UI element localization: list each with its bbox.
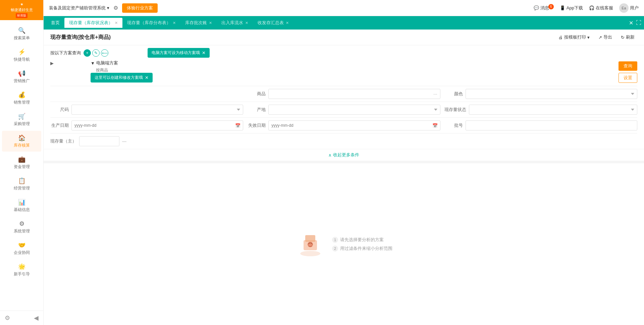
tabs-close-all-icon[interactable]: ✕ xyxy=(629,20,633,26)
filter-collapse-btn[interactable]: ∧ 收起更多条件 xyxy=(44,149,644,161)
tab-inout-flow[interactable]: 出入库流水 ✕ xyxy=(217,18,253,28)
tabs-bar: 首页 现存量（库存状况表） ✕ 现存量（库存分布表） ✕ 库存批次账 ✕ 出入库… xyxy=(44,16,644,30)
plan-item-by-goods[interactable]: 按商品 xyxy=(91,67,637,73)
filter-add-btn[interactable]: + xyxy=(84,49,91,57)
app-download-icon: 📱 xyxy=(560,5,565,10)
tab-receive-summary-label: 收发存汇总表 xyxy=(258,20,284,26)
collapse-sidebar-icon[interactable]: ◀ xyxy=(34,314,39,322)
sidebar-item-guide[interactable]: 🌟 新手引导 xyxy=(2,260,41,280)
industry-plan-btn[interactable]: 体验行业方案 xyxy=(122,3,158,13)
guide-icon: 🌟 xyxy=(18,263,25,270)
avatar: Ea xyxy=(619,3,629,13)
sidebar-item-sales-label: 销售管理 xyxy=(14,100,30,105)
origin-select[interactable] xyxy=(268,105,440,115)
app-download-label: App下载 xyxy=(567,5,583,11)
sidebar-item-enterprise[interactable]: 🤝 企业协同 xyxy=(2,238,41,259)
filter-row-4: 现存量（主） — xyxy=(50,133,637,149)
collapse-up-icon: ∧ xyxy=(328,153,332,158)
page-title: 现存量查询(按仓库+商品) xyxy=(50,34,111,41)
sidebar-item-sales[interactable]: 💰 销售管理 xyxy=(2,88,41,109)
proddate-start-calendar-icon[interactable]: 📅 xyxy=(235,123,240,128)
search-btn[interactable]: 查询 xyxy=(619,61,637,71)
empty-svg xyxy=(295,228,325,259)
export-label: 导出 xyxy=(603,34,612,40)
set-btn[interactable]: 设置 xyxy=(619,73,637,83)
empty-illustration xyxy=(295,228,325,260)
logo-text: 畅捷通好生意 xyxy=(11,7,33,12)
batch-input[interactable] xyxy=(466,120,637,130)
empty-text: 1 请先选择要分析的方案 2 用过滤条件来缩小分析范围 xyxy=(332,237,392,252)
refresh-icon: ↻ xyxy=(621,35,625,40)
sidebar-item-system[interactable]: ⚙ 系统管理 xyxy=(2,217,41,237)
sidebar-item-management[interactable]: 📋 经营管理 xyxy=(2,174,41,195)
sidebar-item-guide-label: 新手引导 xyxy=(14,271,30,277)
svg-point-2 xyxy=(300,251,320,256)
tabs-expand-icon[interactable]: ⛶ xyxy=(636,20,641,26)
batch-label: 批号 xyxy=(444,122,463,128)
sidebar-item-quicknav-label: 快捷导航 xyxy=(14,57,30,62)
tooltip1-close-btn[interactable]: ✕ xyxy=(202,50,206,55)
sidebar-item-marketing[interactable]: 📢 营销推广 xyxy=(2,66,41,87)
print-btn[interactable]: 🖨 按模板打印 ▾ xyxy=(556,33,592,42)
export-btn[interactable]: ↗ 导出 xyxy=(596,33,615,42)
system-selector[interactable]: 装备及固定资产辅助管理系统 ▾ xyxy=(49,5,109,11)
sidebar-item-search[interactable]: 🔍 搜索菜单 xyxy=(2,23,41,44)
tab-inventory-status-close[interactable]: ✕ xyxy=(115,21,118,25)
header-left: 装备及固定资产辅助管理系统 ▾ ⚙ 体验行业方案 xyxy=(49,3,158,13)
plan-group-mobile-title[interactable]: ▶ 移动端方案 xyxy=(91,75,637,81)
app-download-item[interactable]: 📱 App下载 xyxy=(560,5,583,11)
refresh-btn[interactable]: ↻ 刷新 xyxy=(618,33,637,42)
tab-home[interactable]: 首页 xyxy=(46,18,64,28)
filter-field-expdate: 失效日期 📅 xyxy=(247,120,440,130)
header-settings-icon[interactable]: ⚙ xyxy=(113,5,118,11)
plan-group-pc-title[interactable]: ▼ 电脑端方案 xyxy=(91,60,637,66)
sidebar-item-basic[interactable]: 📊 基础信息 xyxy=(2,195,41,216)
tab-inventory-status[interactable]: 现存量（库存状况表） ✕ xyxy=(64,18,122,28)
sidebar-item-search-label: 搜索菜单 xyxy=(14,35,30,41)
tooltip2-close-btn[interactable]: ✕ xyxy=(145,75,149,80)
sidebar-item-quicknav[interactable]: ⚡ 快捷导航 xyxy=(2,45,41,66)
sidebar-item-purchase-label: 采购管理 xyxy=(14,121,30,127)
tab-batch-ledger[interactable]: 库存批次账 ✕ xyxy=(180,18,217,28)
goods-dots-icon: ··· xyxy=(433,91,437,97)
filter-edit-btn[interactable]: ✎ xyxy=(92,49,100,57)
empty-step-1: 1 请先选择要分析的方案 xyxy=(332,237,392,243)
settings-footer-icon[interactable]: ⚙ xyxy=(5,314,10,322)
page-actions: 🖨 按模板打印 ▾ ↗ 导出 ↻ 刷新 xyxy=(556,33,637,42)
proddate-label: 生产日期 xyxy=(50,122,69,128)
status-select[interactable] xyxy=(469,105,637,115)
filter-row-1: 商品 ··· 颜色 xyxy=(50,86,637,102)
tab-receive-summary[interactable]: 收发存汇总表 ✕ xyxy=(253,18,293,28)
notification-item[interactable]: 💬 消息 6 xyxy=(534,5,554,11)
goods-input[interactable]: ··· xyxy=(268,89,440,99)
tab-inout-flow-label: 出入库流水 xyxy=(221,20,243,26)
qty-start-input[interactable] xyxy=(79,136,119,146)
arrow-icon: ▶ xyxy=(50,61,54,66)
color-select[interactable] xyxy=(466,89,637,99)
filter-field-goods: 商品 ··· xyxy=(247,89,440,99)
tab-inventory-dist[interactable]: 现存量（库存分布表） ✕ xyxy=(122,18,180,28)
filter-back-btn[interactable]: ⟵ xyxy=(101,49,108,57)
expdate-start-calendar-icon[interactable]: 📅 xyxy=(432,123,438,128)
filter-row-3: 生产日期 📅 失效日期 📅 批号 xyxy=(50,117,637,133)
tab-inventory-dist-close[interactable]: ✕ xyxy=(173,21,176,25)
sidebar-item-finance[interactable]: 💼 资金管理 xyxy=(2,152,41,173)
size-select[interactable] xyxy=(71,105,243,115)
user-item[interactable]: Ea 用户 xyxy=(619,3,639,13)
online-support-item[interactable]: 🎧 在线客服 xyxy=(589,5,613,11)
sidebar-item-purchase[interactable]: 🛒 采购管理 xyxy=(2,109,41,130)
tab-receive-summary-close[interactable]: ✕ xyxy=(286,21,289,25)
content-area: 现存量查询(按仓库+商品) 🖨 按模板打印 ▾ ↗ 导出 ↻ 刷新 xyxy=(44,30,644,325)
filter-field-color: 颜色 xyxy=(444,89,637,99)
empty-step2-label: 用过滤条件来缩小分析范围 xyxy=(340,246,392,252)
filter-field-batch: 批号 xyxy=(444,120,637,130)
tab-inout-flow-close[interactable]: ✕ xyxy=(245,21,248,25)
proddate-start-input[interactable] xyxy=(71,120,243,130)
tooltip-popup-1: 电脑方案可设为移动方案哦 ✕ xyxy=(148,48,210,58)
avatar-text: Ea xyxy=(622,6,626,10)
sidebar-item-finance-label: 资金管理 xyxy=(14,164,30,170)
tab-batch-ledger-close[interactable]: ✕ xyxy=(209,21,212,25)
sidebar-item-inventory[interactable]: 🏠 库存核算 xyxy=(2,131,41,152)
inventory-icon: 🏠 xyxy=(18,134,25,142)
expdate-start-input[interactable] xyxy=(268,120,440,130)
